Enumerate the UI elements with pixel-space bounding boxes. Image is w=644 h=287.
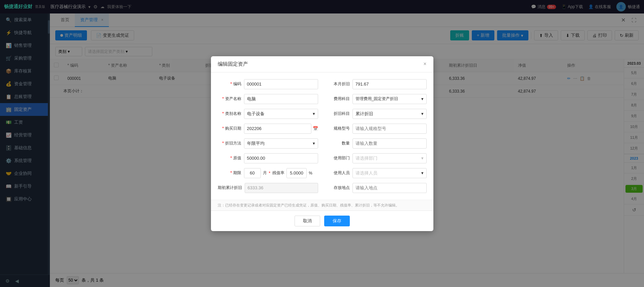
code-input[interactable] [244,79,318,89]
field-initial-depreciation: 期初累计折旧 [218,183,318,193]
user-dropdown[interactable]: 请选择人员 ▾ [352,168,427,178]
quantity-label: 数量 [326,140,350,146]
dep-subject-value: 累计折旧 [356,111,373,117]
category-label: 类别名称 [218,111,241,117]
field-category: 类别名称 电子设备 ▾ [218,109,318,119]
quantity-input[interactable] [352,138,427,149]
residual-rate-input[interactable] [286,168,307,178]
modal-note: 注：已经存在变更记录或者对应固定资产已经生成凭证，原值、购买日期、残值率、累计折… [211,200,433,211]
residual-label: * [269,171,271,176]
modal-title: 编辑固定资产 [218,61,248,67]
specification-input[interactable] [352,124,427,134]
edit-asset-modal: 编辑固定资产 × 编码 资产名称 类别名称 电 [211,56,433,231]
initial-depreciation-input[interactable] [245,183,318,193]
dep-subject-chevron: ▾ [421,111,424,116]
field-asset-name: 资产名称 [218,94,318,104]
field-quantity: 数量 [326,138,427,149]
save-button[interactable]: 保存 [324,216,350,226]
field-code: 编码 [218,79,318,89]
category-chevron-icon: ▾ [313,111,315,116]
asset-name-input[interactable] [244,94,318,104]
monthly-dep-input[interactable] [352,79,427,89]
department-chevron: ▾ [421,156,424,161]
department-dropdown[interactable]: 请选择部门 ▾ [352,153,427,163]
location-input[interactable] [352,183,427,193]
location-label: 存放地点 [326,185,350,191]
depreciation-method-chevron: ▾ [313,141,315,146]
original-value-label: 原值 [218,155,241,161]
dep-subject-dropdown[interactable]: 累计折旧 ▾ [352,109,427,119]
period-input[interactable] [244,168,261,178]
period-label: 期限 [218,170,241,176]
field-department: 使用部门 请选择部门 ▾ [326,153,427,163]
field-depreciation-method: 折旧方法 年限平均 ▾ [218,138,318,149]
dep-subject-label: 折旧科目 [326,111,350,117]
department-placeholder: 请选择部门 [356,155,377,161]
user-chevron: ▾ [421,170,424,176]
expense-subject-value: 管理费用_固定资产折旧 [356,96,398,102]
asset-name-label: 资产名称 [218,96,241,102]
residual-unit: % [309,171,312,176]
specification-label: 规格型号 [326,126,350,131]
purchase-date-wrapper: 📅 [244,124,318,134]
residual-label-text: 残值率 [272,170,284,176]
expense-subject-dropdown[interactable]: 管理费用_固定资产折旧 ▾ [352,94,427,104]
depreciation-method-label: 折旧方法 [218,140,241,146]
field-period-residual: 期限 月 * 残值率 % [218,168,318,178]
code-label: 编码 [218,81,241,87]
category-value: 电子设备 [247,111,265,117]
depreciation-method-value: 年限平均 [247,140,265,147]
period-residual-wrapper: 月 * 残值率 % [244,168,318,178]
field-purchase-date: 购买日期 📅 [218,124,318,134]
monthly-dep-label: 本月折旧 [326,81,350,87]
modal-right-col: 本月折旧 费用科目 管理费用_固定资产折旧 ▾ 折旧科目 累计折旧 [326,79,427,193]
category-dropdown[interactable]: 电子设备 ▾ [244,109,318,119]
field-dep-subject: 折旧科目 累计折旧 ▾ [326,109,427,119]
modal-left-col: 编码 资产名称 类别名称 电子设备 ▾ 购 [218,79,318,193]
expense-subject-label: 费用科目 [326,96,350,102]
save-label: 保存 [333,218,341,223]
depreciation-method-dropdown[interactable]: 年限平均 ▾ [244,138,318,149]
field-location: 存放地点 [326,183,427,193]
modal-footer: 取消 保存 [211,211,433,231]
original-value-input[interactable] [244,153,318,163]
period-unit: 月 [263,170,267,176]
purchase-date-input[interactable] [244,124,311,134]
note-text: 注：已经存在变更记录或者对应固定资产已经生成凭证，原值、购买日期、残值率、累计折… [218,203,399,207]
cancel-label: 取消 [303,218,312,223]
field-user: 使用人员 请选择人员 ▾ [326,168,427,178]
modal-header: 编辑固定资产 × [211,56,433,72]
calendar-icon[interactable]: 📅 [313,126,318,131]
modal-body: 编码 资产名称 类别名称 电子设备 ▾ 购 [211,72,433,200]
modal-overlay: 编辑固定资产 × 编码 资产名称 类别名称 电 [0,0,644,287]
field-monthly-dep: 本月折旧 [326,79,427,89]
field-specification: 规格型号 [326,124,427,134]
user-label: 使用人员 [326,170,350,176]
department-label: 使用部门 [326,155,350,161]
modal-close-button[interactable]: × [423,61,426,67]
cancel-button[interactable]: 取消 [295,216,320,226]
purchase-date-label: 购买日期 [218,126,241,131]
field-expense-subject: 费用科目 管理费用_固定资产折旧 ▾ [326,94,427,104]
field-original-value: 原值 [218,153,318,163]
initial-depreciation-label: 期初累计折旧 [218,185,242,191]
user-placeholder: 请选择人员 [356,170,377,176]
expense-subject-chevron: ▾ [421,96,424,101]
